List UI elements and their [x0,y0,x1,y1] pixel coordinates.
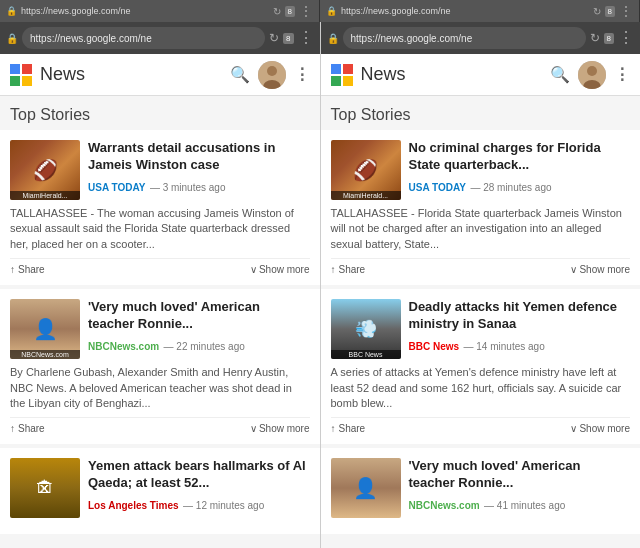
svg-rect-2 [10,76,20,86]
story-summary-right-0: TALLAHASSEE - Florida State quarterback … [331,206,631,252]
story-footer-left-1: ↑ Share ∨ Show more [10,417,310,434]
address-refresh-left[interactable]: ↻ [269,31,279,45]
story-headline-left-2[interactable]: Yemen attack bears hallmarks of Al Qaeda… [88,458,310,492]
svg-rect-3 [22,76,32,86]
news-content-left: Top Stories 🏈 MiamiHerald... Warrants de… [0,96,320,548]
svg-point-5 [267,66,277,76]
story-footer-right-0: ↑ Share ∨ Show more [331,258,631,275]
svg-rect-8 [343,64,353,74]
story-info-left-1: 'Very much loved' American teacher Ronni… [88,299,310,359]
story-time-right-0: — 28 minutes ago [470,182,551,193]
story-info-left-0: Warrants detail accusations in Jameis Wi… [88,140,310,200]
search-icon-left[interactable]: 🔍 [230,65,250,84]
story-headline-left-1[interactable]: 'Very much loved' American teacher Ronni… [88,299,310,333]
share-button-left-1[interactable]: ↑ Share [10,423,45,434]
svg-point-12 [587,66,597,76]
story-top-left-0: 🏈 MiamiHerald... Warrants detail accusat… [10,140,310,200]
story-source-right-2: NBCNews.com [409,500,480,511]
story-source-left-0: USA TODAY [88,182,145,193]
avatar-left[interactable] [258,61,286,89]
address-lock-right: 🔒 [327,33,339,44]
story-source-right-0: USA TODAY [409,182,466,193]
story-card-left-0: 🏈 MiamiHerald... Warrants detail accusat… [0,130,320,285]
thumb-label-left-1: NBCNews.com [10,350,80,359]
address-bar-left: 🔒 https://news.google.com/ne ↻ 8 ⋮ [0,22,320,54]
tab-count-1[interactable]: 8 [285,6,295,17]
news-header-left: News 🔍 ⋮ [0,54,320,96]
news-title-left: News [40,64,222,85]
menu-icon-left[interactable]: ⋮ [294,65,310,84]
story-footer-right-1: ↑ Share ∨ Show more [331,417,631,434]
show-more-right-0[interactable]: ∨ Show more [570,264,630,275]
story-thumb-left-2: 🏚 [10,458,80,518]
address-menu-left[interactable]: ⋮ [298,32,314,45]
tab-count-2[interactable]: 8 [605,6,615,17]
thumb-label-left-0: MiamiHerald... [10,191,80,200]
show-more-left-1[interactable]: ∨ Show more [250,423,310,434]
story-headline-left-0[interactable]: Warrants detail accusations in Jameis Wi… [88,140,310,174]
address-tab-count-right[interactable]: 8 [604,33,614,44]
address-url-left[interactable]: https://news.google.com/ne [22,27,265,49]
browser-panel-left: 🔒 https://news.google.com/ne ↻ 8 ⋮ News … [0,22,321,548]
story-info-right-2: 'Very much loved' American teacher Ronni… [409,458,631,518]
menu-icon-right[interactable]: ⋮ [614,65,630,84]
thumb-img-right-2: 👤 [331,458,401,518]
story-top-left-2: 🏚 Yemen attack bears hallmarks of Al Qae… [10,458,310,518]
story-summary-left-0: TALLAHASSEE - The woman accusing Jameis … [10,206,310,252]
news-header-right: News 🔍 ⋮ [321,54,641,96]
story-top-right-2: 👤 'Very much loved' American teacher Ron… [331,458,631,518]
story-headline-right-0[interactable]: No criminal charges for Florida State qu… [409,140,631,174]
share-icon-right-1: ↑ [331,423,336,434]
tab-menu-1[interactable]: ⋮ [299,4,313,18]
story-thumb-right-2: 👤 [331,458,401,518]
story-summary-left-1: By Charlene Gubash, Alexander Smith and … [10,365,310,411]
address-url-right[interactable]: https://news.google.com/ne [343,27,586,49]
refresh-icon-1[interactable]: ↻ [273,6,281,17]
section-title-right: Top Stories [321,96,641,130]
address-refresh-right[interactable]: ↻ [590,31,600,45]
story-summary-right-1: A series of attacks at Yemen's defence m… [331,365,631,411]
section-title-left: Top Stories [0,96,320,130]
story-time-left-1: — 22 minutes ago [164,341,245,352]
story-headline-right-2[interactable]: 'Very much loved' American teacher Ronni… [409,458,631,492]
share-button-right-1[interactable]: ↑ Share [331,423,366,434]
share-button-right-0[interactable]: ↑ Share [331,264,366,275]
address-menu-right[interactable]: ⋮ [618,32,634,45]
thumb-img-left-2: 🏚 [10,458,80,518]
share-button-left-0[interactable]: ↑ Share [10,264,45,275]
story-time-left-0: — 3 minutes ago [150,182,226,193]
thumb-label-right-1: BBC News [331,350,401,359]
address-bar-right: 🔒 https://news.google.com/ne ↻ 8 ⋮ [321,22,641,54]
lock-icon-1: 🔒 [6,6,17,16]
search-icon-right[interactable]: 🔍 [550,65,570,84]
svg-rect-10 [343,76,353,86]
avatar-right[interactable] [578,61,606,89]
tab-menu-2[interactable]: ⋮ [619,4,633,18]
chevron-down-icon-right-0: ∨ [570,264,577,275]
address-tab-count-left[interactable]: 8 [283,33,293,44]
story-thumb-right-1: 💨 BBC News [331,299,401,359]
story-info-left-2: Yemen attack bears hallmarks of Al Qaeda… [88,458,310,518]
story-card-right-2: 👤 'Very much loved' American teacher Ron… [321,448,641,534]
browser-panel-right: 🔒 https://news.google.com/ne ↻ 8 ⋮ News … [321,22,641,548]
story-card-right-0: 🏈 MiamiHerald... No criminal charges for… [321,130,641,285]
show-more-right-1[interactable]: ∨ Show more [570,423,630,434]
address-lock-left: 🔒 [6,33,18,44]
show-more-left-0[interactable]: ∨ Show more [250,264,310,275]
thumb-label-right-0: MiamiHerald... [331,191,401,200]
story-footer-left-0: ↑ Share ∨ Show more [10,258,310,275]
story-card-right-1: 💨 BBC News Deadly attacks hit Yemen defe… [321,289,641,444]
google-news-icon-left [10,64,32,86]
browser-tab-1[interactable]: 🔒 https://news.google.com/ne ↻ 8 ⋮ [0,0,320,22]
tab-url-1: https://news.google.com/ne [21,6,269,16]
svg-rect-1 [22,64,32,74]
story-time-right-1: — 14 minutes ago [464,341,545,352]
svg-rect-0 [10,64,20,74]
google-news-icon-right [331,64,353,86]
story-time-right-2: — 41 minutes ago [484,500,565,511]
refresh-icon-2[interactable]: ↻ [593,6,601,17]
news-logo-left [10,64,32,86]
story-top-left-1: 👤 NBCNews.com 'Very much loved' American… [10,299,310,359]
story-headline-right-1[interactable]: Deadly attacks hit Yemen defence ministr… [409,299,631,333]
browser-tab-2[interactable]: 🔒 https://news.google.com/ne ↻ 8 ⋮ [320,0,640,22]
